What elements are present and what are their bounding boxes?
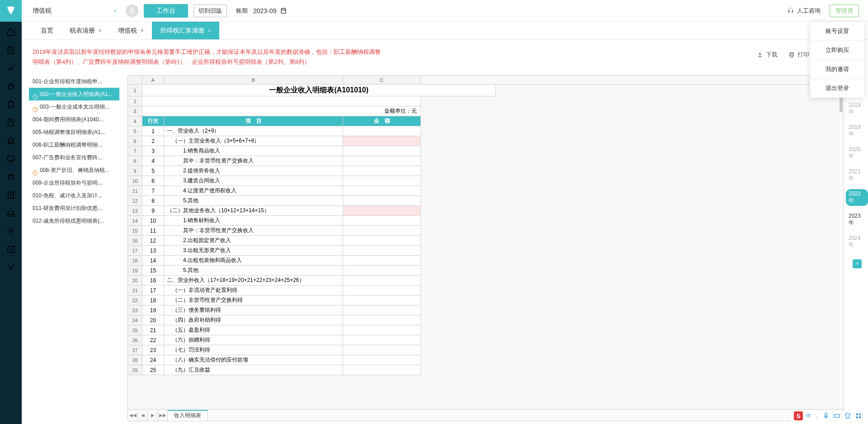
item-label: （二）非货币性资产交换利得 — [164, 295, 343, 305]
amount-cell[interactable] — [343, 345, 421, 355]
nav-tax-icon[interactable] — [6, 172, 16, 182]
tab[interactable]: 增值税× — [110, 22, 152, 39]
amount-cell[interactable] — [343, 186, 421, 196]
nav-clipboard-icon[interactable] — [6, 100, 16, 110]
switch-old-version-button[interactable]: 切到旧版 — [193, 5, 227, 17]
nav-analytics-icon[interactable] — [6, 63, 16, 73]
human-consult-link[interactable]: 人工咨询 — [787, 7, 821, 15]
vertical-scrollbar[interactable] — [839, 75, 844, 410]
horizontal-scrollbar[interactable]: ◀ ▶ — [208, 411, 843, 419]
amount-cell[interactable] — [343, 266, 421, 276]
tree-item[interactable]: 008-资产折旧、摊销及纳税... — [29, 164, 119, 176]
tab[interactable]: 税表清册× — [61, 22, 110, 39]
tree-item[interactable]: 012-减免所得税优惠明细表(... — [29, 214, 119, 227]
tree-item[interactable]: 001-企业所得税年度纳税申... — [29, 75, 119, 88]
nav-play-icon[interactable] — [6, 244, 16, 254]
admin-menu-item[interactable]: 立即购买 — [810, 41, 864, 60]
ime-lang[interactable]: 中 — [806, 412, 811, 420]
ime-sogou-icon[interactable]: S — [794, 411, 803, 420]
nav-calc-icon[interactable] — [6, 118, 16, 128]
company-selector[interactable]: 增值税 — [33, 7, 118, 15]
item-label: 3.出租无形资产收入 — [164, 246, 343, 256]
sheet-tab[interactable]: 收入明细表 — [168, 410, 208, 421]
amount-cell[interactable] — [343, 335, 421, 345]
tree-item[interactable]: 003-一般企业成本支出明细... — [29, 100, 119, 113]
tree-item[interactable]: 007-广告费和业务宣传费跨... — [29, 151, 119, 164]
amount-cell[interactable] — [343, 295, 421, 305]
tab[interactable]: 所得税汇算清缴× — [152, 22, 219, 39]
tab[interactable]: 首页 — [33, 22, 61, 39]
sheet-nav-prev[interactable]: ◀ — [138, 410, 148, 421]
amount-cell[interactable] — [343, 256, 421, 266]
tab-close-icon[interactable]: × — [208, 28, 211, 34]
admin-dropdown: 账号设置立即购买我的邀请退出登录 — [810, 22, 864, 98]
amount-cell[interactable] — [343, 126, 421, 136]
nav-settings-icon[interactable] — [6, 226, 16, 236]
nav-v-icon[interactable] — [6, 262, 16, 272]
nav-wallet-icon[interactable] — [6, 81, 16, 91]
warning-icon — [33, 104, 38, 110]
tab-close-icon[interactable]: × — [99, 28, 102, 34]
ime-punct[interactable]: ， — [814, 412, 819, 420]
amount-cell[interactable] — [343, 355, 421, 365]
ime-mic-icon[interactable] — [822, 412, 830, 420]
year-option[interactable]: 2021年 — [846, 167, 868, 184]
amount-cell[interactable] — [343, 156, 421, 166]
admin-menu-item[interactable]: 我的邀请 — [810, 60, 864, 79]
year-option[interactable]: 2019年 — [846, 123, 868, 139]
workbench-button[interactable]: 工作台 — [144, 4, 188, 18]
ime-toolbox-icon[interactable] — [854, 412, 863, 420]
download-action[interactable]: 下载 — [757, 51, 778, 59]
ime-skin-icon[interactable] — [844, 412, 852, 420]
nav-ledger-icon[interactable] — [6, 45, 16, 55]
year-option[interactable]: 2023年 — [846, 211, 868, 228]
amount-cell[interactable] — [343, 226, 421, 236]
amount-cell[interactable] — [343, 305, 421, 315]
amount-cell[interactable] — [343, 325, 421, 335]
toggle-circle-button[interactable] — [126, 5, 138, 17]
amount-cell[interactable] — [343, 236, 421, 246]
year-option[interactable]: 2020年 — [846, 145, 868, 162]
tree-item[interactable]: 006-职工薪酬纳税调整明细... — [29, 138, 119, 151]
year-option[interactable]: 2022年 — [846, 189, 868, 206]
tree-item[interactable]: 010-免税、减计收入及加计... — [29, 189, 119, 202]
period-picker[interactable]: 2023-09 — [253, 7, 287, 14]
year-option[interactable]: 2024年 — [846, 233, 868, 250]
amount-cell[interactable] — [343, 136, 421, 146]
sheet-nav-first[interactable]: ◀◀ — [128, 410, 138, 421]
tree-item[interactable]: 004-期间费用明细表(A1040... — [29, 113, 119, 126]
tree-item[interactable]: 002-一般企业收入明细表(A1... — [29, 88, 119, 100]
ime-keyboard-icon[interactable] — [833, 412, 841, 420]
amount-cell[interactable] — [343, 176, 421, 186]
amount-cell[interactable] — [343, 365, 421, 375]
sheet-nav-next[interactable]: ▶ — [148, 410, 158, 421]
tree-item[interactable]: 011-研发费用加计扣除优惠... — [29, 202, 119, 214]
year-option[interactable]: 2018年 — [846, 100, 868, 117]
nav-home-icon[interactable] — [6, 27, 16, 37]
tree-item[interactable]: 005-纳税调整项目明细表(A1... — [29, 126, 119, 138]
admin-button[interactable]: 管理员 — [830, 5, 859, 17]
tree-item[interactable]: 009-企业所得税弥补亏损明... — [29, 176, 119, 189]
tab-close-icon[interactable]: × — [141, 28, 144, 34]
amount-cell[interactable] — [343, 315, 421, 325]
amount-cell[interactable] — [343, 286, 421, 295]
amount-cell[interactable] — [343, 146, 421, 156]
nav-display-icon[interactable] — [6, 154, 16, 164]
amount-cell[interactable] — [343, 166, 421, 176]
app-logo[interactable] — [0, 0, 22, 22]
amount-cell[interactable] — [343, 206, 421, 216]
nav-export-icon[interactable] — [6, 190, 16, 200]
year-expand-button[interactable] — [853, 259, 862, 268]
sheet-nav-last[interactable]: ▶▶ — [158, 410, 168, 421]
admin-menu-item[interactable]: 退出登录 — [810, 79, 864, 98]
admin-menu-item[interactable]: 账号设置 — [810, 22, 864, 41]
print-action[interactable]: 打印 — [788, 51, 809, 59]
nav-temple-icon[interactable] — [6, 136, 16, 146]
nav-inbox-icon[interactable] — [6, 208, 16, 218]
item-label: 5.其他 — [164, 196, 343, 206]
amount-cell[interactable] — [343, 196, 421, 206]
amount-cell[interactable] — [343, 216, 421, 226]
amount-cell[interactable] — [343, 276, 421, 286]
sheet-body[interactable]: 1一般企业收入明细表(A101010)23金额单位：元4行次项 目金 额51一、… — [128, 85, 843, 409]
amount-cell[interactable] — [343, 246, 421, 256]
